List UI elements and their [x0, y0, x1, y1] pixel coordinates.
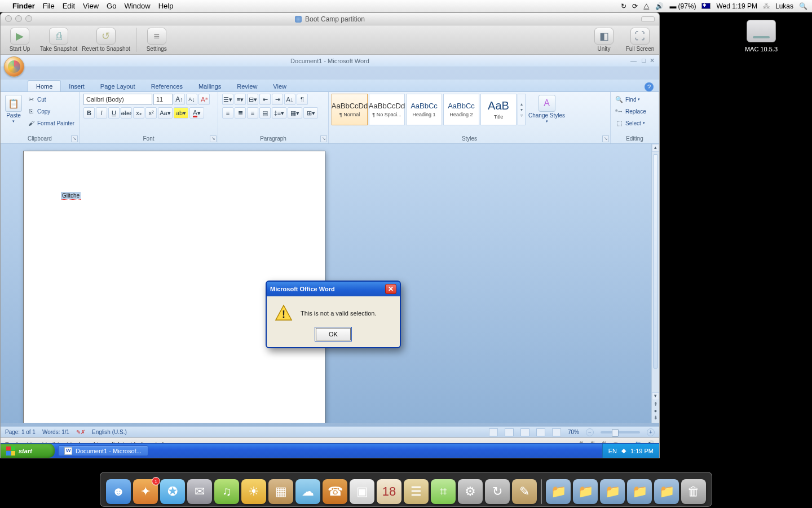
- zoom-out-button[interactable]: −: [586, 428, 594, 436]
- dock-dashboard[interactable]: ✦1: [133, 479, 158, 504]
- copy-button[interactable]: ⎘Copy: [25, 106, 76, 117]
- battery-status[interactable]: ▬ (97%): [669, 2, 696, 10]
- shrink-font-button[interactable]: A↓: [186, 94, 197, 105]
- timemachine-icon[interactable]: ↻: [621, 2, 626, 10]
- changecase-button[interactable]: Aa▾: [158, 107, 173, 119]
- next-page-icon[interactable]: ⇟: [652, 415, 659, 422]
- dock-iphoto[interactable]: ☀: [241, 479, 266, 504]
- style-title[interactable]: AaBTitle: [480, 94, 517, 125]
- clear-formatting-button[interactable]: Aᵃ: [198, 94, 210, 105]
- fullscreen-button[interactable]: ⛶Full Screen: [624, 28, 656, 52]
- style-normal[interactable]: AaBbCcDd¶ Normal: [332, 94, 368, 125]
- outline-view-button[interactable]: [536, 428, 545, 436]
- word-maximize-button[interactable]: □: [642, 57, 646, 64]
- dock-finder[interactable]: ☻: [106, 479, 131, 504]
- dialog-ok-button[interactable]: OK: [316, 328, 351, 340]
- scroll-down-icon[interactable]: ▾: [652, 392, 659, 400]
- toolbar-toggle-button[interactable]: [641, 16, 655, 22]
- increase-indent-button[interactable]: ⇥: [272, 94, 283, 105]
- wifi-icon[interactable]: ⧋: [643, 2, 650, 10]
- close-traffic-icon[interactable]: [5, 15, 12, 22]
- align-center-button[interactable]: ≣: [235, 107, 246, 119]
- revert-button[interactable]: ↺Revert to Snapshot: [82, 28, 136, 52]
- window-traffic-lights[interactable]: [5, 15, 32, 22]
- tab-view[interactable]: View: [265, 81, 294, 91]
- zoom-percent[interactable]: 70%: [568, 429, 579, 435]
- menubar-user[interactable]: Lukas: [775, 2, 793, 10]
- style-heading2[interactable]: AaBbCcHeading 2: [443, 94, 479, 125]
- style-heading1[interactable]: AaBbCcHeading 1: [406, 94, 442, 125]
- tab-home[interactable]: Home: [28, 80, 61, 91]
- tab-references[interactable]: References: [143, 81, 191, 91]
- style-nospacing[interactable]: AaBbCcDd¶ No Spaci...: [369, 94, 405, 125]
- draft-view-button[interactable]: [552, 428, 561, 436]
- dock-folder-2[interactable]: 📁: [573, 479, 598, 504]
- dock-calendar[interactable]: 18: [377, 479, 401, 504]
- selected-text[interactable]: Glitche: [61, 192, 81, 199]
- zoom-slider[interactable]: [601, 431, 640, 433]
- snapshot-button[interactable]: ⎙Take Snapshot: [40, 28, 77, 52]
- tray-lang[interactable]: EN: [608, 448, 617, 454]
- fontcolor-button[interactable]: A▾: [189, 107, 204, 119]
- dock-app-1[interactable]: ▣: [350, 479, 374, 504]
- scroll-thumb[interactable]: [653, 154, 658, 369]
- system-tray[interactable]: EN ◆ 1:19 PM: [602, 444, 659, 458]
- tab-insert[interactable]: Insert: [61, 81, 92, 91]
- bullets-button[interactable]: ☰▾: [222, 94, 233, 105]
- decrease-indent-button[interactable]: ⇤: [259, 94, 271, 105]
- proofing-icon[interactable]: ✎✗: [76, 429, 85, 435]
- formatpainter-button[interactable]: 🖌Format Painter: [25, 117, 76, 129]
- borders-button[interactable]: ⊞▾: [303, 107, 318, 119]
- cut-button[interactable]: ✂Cut: [25, 94, 76, 105]
- clipboard-dialog-launcher[interactable]: ↘: [71, 135, 78, 142]
- select-button[interactable]: ⬚Select▾: [614, 117, 647, 129]
- tab-review[interactable]: Review: [229, 81, 265, 91]
- word-close-button[interactable]: ✕: [650, 57, 655, 64]
- vertical-scrollbar[interactable]: ▴ ▾ ⇞ ● ⇟: [651, 144, 659, 423]
- dock-timemachine[interactable]: ↻: [485, 479, 510, 504]
- tab-pagelayout[interactable]: Page Layout: [92, 81, 143, 91]
- dock-folder-5[interactable]: 📁: [654, 479, 679, 504]
- bold-button[interactable]: B: [83, 107, 95, 119]
- change-styles-button[interactable]: AChange Styles▾: [527, 94, 567, 125]
- word-minimize-button[interactable]: —: [630, 57, 637, 64]
- status-language[interactable]: English (U.S.): [92, 429, 127, 435]
- subscript-button[interactable]: x₂: [133, 107, 144, 119]
- underline-button[interactable]: U: [108, 107, 120, 119]
- taskbar-word-task[interactable]: Document1 - Microsof...: [58, 445, 148, 456]
- zoom-traffic-icon[interactable]: [25, 15, 32, 22]
- align-right-button[interactable]: ≡: [247, 107, 258, 119]
- multilevel-button[interactable]: ⊟▾: [247, 94, 258, 105]
- font-dialog-launcher[interactable]: ↘: [210, 135, 217, 142]
- menubar-file[interactable]: File: [43, 2, 55, 10]
- scroll-up-icon[interactable]: ▴: [652, 144, 659, 152]
- bluetooth-icon[interactable]: ⁂: [763, 2, 770, 10]
- styles-gallery-scroll[interactable]: ▴ ▾ ▿: [518, 94, 526, 125]
- menubar-app-name[interactable]: Finder: [12, 2, 35, 10]
- printlayout-view-button[interactable]: [489, 428, 498, 436]
- word-titlebar[interactable]: Document1 - Microsoft Word — □ ✕: [1, 55, 659, 67]
- dialog-close-button[interactable]: ✕: [385, 284, 396, 294]
- dock-folder-4[interactable]: 📁: [627, 479, 652, 504]
- menubar-go[interactable]: Go: [107, 2, 116, 10]
- paste-button[interactable]: 📋Paste▾: [3, 94, 24, 125]
- menubar-edit[interactable]: Edit: [63, 2, 75, 10]
- vm-titlebar[interactable]: Boot Camp partition: [1, 13, 659, 25]
- settings-button[interactable]: ≡Settings: [141, 28, 173, 52]
- numbering-button[interactable]: ≡▾: [235, 94, 246, 105]
- find-button[interactable]: 🔍Find▾: [614, 94, 647, 105]
- sort-button[interactable]: A↓: [284, 94, 295, 105]
- dock-safari[interactable]: ✪: [160, 479, 185, 504]
- status-page[interactable]: Page: 1 of 1: [5, 429, 36, 435]
- shading-button[interactable]: ▦▾: [288, 107, 302, 119]
- dock-itunes[interactable]: ♫: [214, 479, 239, 504]
- tray-shield-icon[interactable]: ◆: [621, 447, 626, 454]
- spotlight-icon[interactable]: 🔍: [799, 2, 807, 10]
- minimize-traffic-icon[interactable]: [15, 15, 22, 22]
- weblayout-view-button[interactable]: [520, 428, 529, 436]
- prev-page-icon[interactable]: ⇞: [652, 401, 659, 408]
- dock-ical[interactable]: ▦: [268, 479, 293, 504]
- grow-font-button[interactable]: A↑: [174, 94, 185, 105]
- strikethrough-button[interactable]: abe: [121, 107, 132, 119]
- dialog-titlebar[interactable]: Microsoft Office Word ✕: [267, 282, 400, 296]
